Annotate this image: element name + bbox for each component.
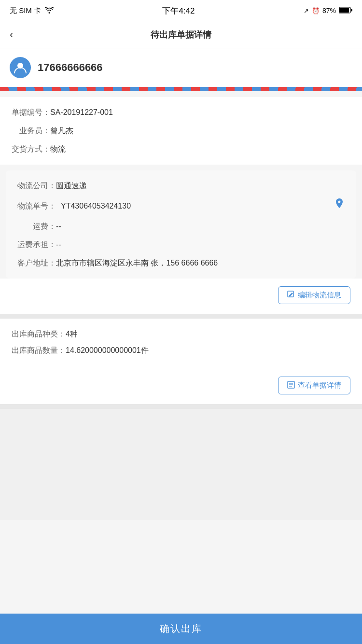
address-row: 客户地址： 北京市市辖区海淀区永丰南 张，156 6666 6666 [17,257,345,269]
order-no-label: 单据编号： [12,107,50,118]
gray-divider-1 [0,314,362,319]
list-icon [287,381,295,390]
stock-qty-row: 出库商品数量： 14.620000000000001件 [12,345,350,356]
empty-area [0,409,362,520]
alarm-icon: ⏰ [312,7,320,14]
salesman-row: 业务员： 曾凡杰 [12,125,350,137]
view-detail-row: 查看单据详情 [0,371,362,404]
battery-label: 87% [322,7,336,14]
view-detail-label: 查看单据详情 [298,381,341,390]
status-bar: 无 SIM 卡 下午4:42 ↗ ⏰ 87% [0,0,362,21]
stock-qty-label: 出库商品数量： [12,345,66,356]
delivery-label: 交货方式： [12,143,50,155]
stock-qty-value: 14.620000000000001件 [66,345,350,356]
stock-type-value: 4种 [66,328,350,340]
address-value: 北京市市辖区海淀区永丰南 张，156 6666 6666 [56,257,345,269]
page-title: 待出库单据详情 [151,29,211,41]
logistics-section: 物流公司： 圆通速递 物流单号： YT43064053424130 运费： --… [6,170,356,279]
company-value: 圆通速递 [56,180,345,192]
delivery-value: 物流 [50,143,350,155]
dashed-divider [0,88,362,91]
order-basic-section: 单据编号： SA-20191227-001 业务员： 曾凡杰 交货方式： 物流 [0,97,362,165]
edit-logistics-label: 编辑物流信息 [298,291,341,300]
location-pin-icon[interactable] [334,198,345,214]
carrier-label: 无 SIM 卡 [10,6,41,15]
salesman-value: 曾凡杰 [50,125,350,137]
address-label: 客户地址： [17,257,56,269]
gray-divider-2 [0,404,362,409]
company-label: 物流公司： [17,180,56,192]
nav-bar: ‹ 待出库单据详情 [0,21,362,48]
battery-icon [339,7,352,15]
freight-bear-row: 运费承担： -- [17,239,345,251]
confirm-button-label: 确认出库 [160,623,202,634]
company-row: 物流公司： 圆通速递 [17,180,345,192]
edit-logistics-row: 编辑物流信息 [0,279,362,314]
confirm-button-container[interactable]: 确认出库 [0,614,362,644]
tracking-label: 物流单号： [17,200,56,212]
freight-label: 运费： [17,221,56,232]
avatar [10,57,31,78]
edit-icon [287,291,295,300]
order-no-value: SA-20191227-001 [50,107,350,118]
tracking-value: YT43064053424130 [61,200,329,212]
freight-bear-value: -- [56,239,345,251]
wifi-icon [45,7,54,15]
salesman-label: 业务员： [12,125,50,137]
freight-row: 运费： -- [17,221,345,232]
edit-logistics-button[interactable]: 编辑物流信息 [278,286,350,304]
location-icon: ↗ [304,7,309,14]
freight-bear-label: 运费承担： [17,239,56,251]
status-right: ↗ ⏰ 87% [304,7,352,15]
stock-type-label: 出库商品种类： [12,328,66,340]
view-detail-button[interactable]: 查看单据详情 [278,377,350,394]
svg-rect-2 [351,9,352,11]
order-no-row: 单据编号： SA-20191227-001 [12,107,350,118]
time-display: 下午4:42 [162,5,195,16]
status-left: 无 SIM 卡 [10,6,54,15]
freight-value: -- [56,221,345,232]
page-spacer [0,520,362,554]
tracking-row: 物流单号： YT43064053424130 [17,198,345,214]
svg-rect-1 [339,8,349,13]
stock-type-row: 出库商品种类： 4种 [12,328,350,340]
stock-info-section: 出库商品种类： 4种 出库商品数量： 14.620000000000001件 [0,319,362,371]
user-phone: 17666666666 [38,61,103,74]
delivery-row: 交货方式： 物流 [12,143,350,155]
user-section: 17666666666 [0,48,362,88]
back-button[interactable]: ‹ [10,28,13,41]
